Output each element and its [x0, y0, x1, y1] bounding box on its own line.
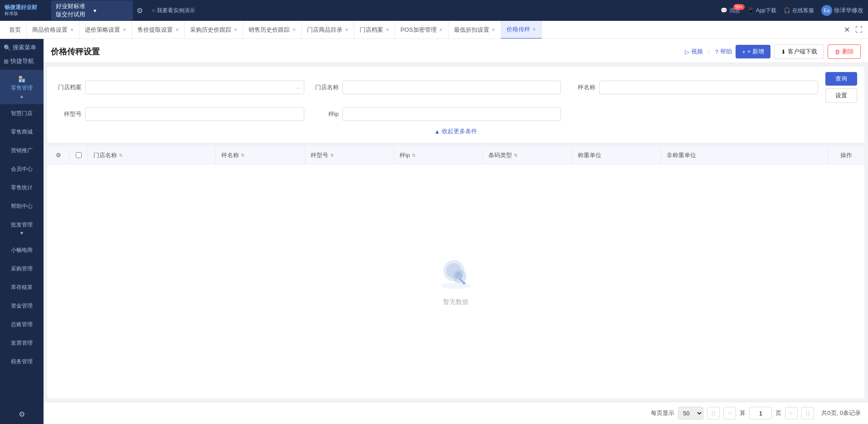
page-size-select[interactable]: 10 20 50 100 — [678, 407, 703, 419]
sidebar-item-retail-stats-label: 零售统计 — [11, 184, 33, 192]
scale-name-input[interactable] — [599, 81, 818, 94]
prev-page-button[interactable]: ＜ — [723, 407, 736, 419]
th-settings[interactable]: ⚙ — [47, 147, 70, 163]
tab-purchase-history-close[interactable]: × — [234, 27, 237, 33]
tab-sale-extract[interactable]: 售价提取设置 × — [132, 21, 185, 39]
tab-controls: ✕ ⛶ — [842, 24, 864, 36]
last-page-button[interactable]: ⟩⟩ — [801, 407, 814, 419]
tab-purchase-history[interactable]: 采购历史价跟踪 × — [185, 21, 243, 39]
add-button[interactable]: + + 新增 — [736, 45, 770, 58]
sidebar-item-inventory[interactable]: 库存核算 — [0, 278, 44, 297]
sidebar-search[interactable]: 🔍 搜索菜单 — [0, 39, 44, 54]
help-link[interactable]: ? 帮助 — [715, 48, 732, 56]
tab-home[interactable]: 首页 — [4, 21, 27, 39]
sidebar-item-xiaochang-label: 小畅电商 — [11, 246, 33, 254]
first-page-button[interactable]: ⟨⟨ — [707, 407, 720, 419]
sidebar-item-marketing[interactable]: 营销推广 — [0, 141, 44, 160]
tab-pos-manage-close[interactable]: × — [439, 27, 443, 33]
tab-close-all-button[interactable]: ✕ — [842, 24, 852, 36]
version-selector[interactable]: 好业财标准版交付试用 ▾ — [51, 0, 133, 20]
store-name-input[interactable] — [342, 81, 561, 94]
tab-sale-history[interactable]: 销售历史价跟踪 × — [243, 21, 302, 39]
tab-min-discount-close[interactable]: × — [492, 27, 495, 33]
download-button[interactable]: ⬇ 客户端下载 — [774, 44, 824, 59]
tab-sale-extract-close[interactable]: × — [176, 27, 179, 33]
tab-price-scale-close[interactable]: × — [533, 26, 536, 33]
setting-filter-button[interactable]: 设置 — [825, 88, 857, 103]
sidebar-item-retail-stats[interactable]: 零售统计 — [0, 178, 44, 197]
tab-purchase-strategy[interactable]: 进价策略设置 × — [79, 21, 132, 39]
online-service-button[interactable]: 🎧 在线客服 — [784, 7, 814, 14]
sidebar-item-purchase-manage[interactable]: 采购管理 — [0, 260, 44, 278]
sidebar-item-tax[interactable]: 税务管理 — [0, 352, 44, 371]
filter-area: 门店档案 ··· 门店名称 秤名称 — [47, 67, 864, 143]
current-page-input[interactable] — [749, 407, 772, 419]
th-scale-ip[interactable]: 秤ip ⇅ — [394, 147, 483, 164]
sidebar-item-fund-manage[interactable]: 资金管理 — [0, 297, 44, 315]
empty-state: 暂无数据 — [47, 164, 864, 398]
user-name: 徐泽华修改 — [834, 6, 863, 14]
tab-expand-button[interactable]: ⛶ — [853, 24, 864, 36]
store-name-label: 门店名称 — [312, 83, 339, 92]
next-page-button[interactable]: ＞ — [785, 407, 798, 419]
tab-pos-manage[interactable]: POS加密管理 × — [395, 21, 448, 39]
tab-sale-history-close[interactable]: × — [293, 27, 296, 33]
content-area: 价格传秤设置 ▷ 视频 | ? 帮助 + + 新增 — [44, 39, 868, 424]
sidebar-item-fund-manage-label: 资金管理 — [11, 302, 33, 310]
delete-icon: 🗑 — [834, 48, 840, 55]
svg-point-4 — [455, 272, 463, 279]
sidebar-item-retail-manage[interactable]: 🏪 零售管理 ▲ — [0, 70, 44, 104]
message-button[interactable]: 💬 消息 99+ — [721, 7, 740, 14]
gear-button[interactable]: ⚙ — [137, 6, 143, 15]
tab-store-file-close[interactable]: × — [386, 27, 389, 33]
query-button[interactable]: 查询 — [825, 72, 857, 86]
sidebar-item-general-ledger[interactable]: 总账管理 — [0, 315, 44, 334]
tab-price-scale[interactable]: 价格传秤 × — [501, 21, 542, 39]
th-store-name[interactable]: 门店名称 ⇅ — [88, 147, 216, 164]
sidebar-item-invoice-label: 发票管理 — [11, 339, 33, 347]
sidebar-quick-nav[interactable]: ⊞ 快捷导航 — [0, 54, 44, 70]
sidebar-item-invoice[interactable]: 发票管理 — [0, 334, 44, 352]
scale-model-input[interactable] — [85, 107, 304, 121]
collapse-button[interactable]: ▲ 收起更多条件 — [54, 125, 857, 137]
th-scale-model[interactable]: 秤型号 ⇅ — [305, 147, 394, 164]
demo-link-label: 我要看实例演示 — [157, 7, 195, 14]
tab-purchase-strategy-close[interactable]: × — [123, 27, 126, 33]
sidebar-gear-button[interactable]: ⚙ — [0, 405, 44, 424]
tab-price-setting-close[interactable]: × — [70, 27, 73, 33]
th-barcode-type[interactable]: 条码类型 ⇅ — [483, 147, 572, 164]
play-icon: ▷ — [685, 48, 689, 55]
ellipsis-icon[interactable]: ··· — [296, 84, 301, 91]
th-checkbox[interactable] — [70, 148, 88, 163]
store-file-input[interactable] — [85, 81, 304, 94]
headset-icon: 🎧 — [784, 7, 790, 14]
tab-store-catalog-close[interactable]: × — [345, 27, 348, 33]
th-weight-unit: 称重单位 — [572, 147, 661, 164]
app-download-button[interactable]: 📱 App下载 — [747, 7, 776, 14]
sidebar-item-retail-mall-label: 零售商城 — [11, 128, 33, 136]
header-actions: ▷ 视频 | ? 帮助 + + 新增 ⬇ 客户端下载 — [685, 44, 861, 59]
tab-price-setting[interactable]: 商品价格设置 × — [27, 21, 79, 39]
demo-link[interactable]: ○ 我要看实例演示 — [150, 7, 195, 14]
video-link[interactable]: ▷ 视频 — [685, 48, 703, 56]
delete-button[interactable]: 🗑 删除 — [828, 44, 861, 59]
logo-area: 畅捷通好业财 标准版 — [5, 4, 48, 17]
tab-min-discount[interactable]: 最低折扣设置 × — [449, 21, 501, 39]
sidebar-item-xiaochang[interactable]: 小畅电商 — [0, 241, 44, 260]
page-label-post: 页 — [775, 409, 781, 417]
table-settings-icon: ⚙ — [56, 152, 61, 159]
th-scale-name[interactable]: 秤名称 ⇅ — [216, 147, 305, 164]
th-non-weight-unit: 非称重单位 — [661, 147, 828, 164]
tab-store-catalog[interactable]: 门店商品目录 × — [302, 21, 354, 39]
tab-store-file[interactable]: 门店档案 × — [354, 21, 395, 39]
sidebar-item-help[interactable]: 帮助中心 — [0, 197, 44, 216]
sidebar-item-batch-manage[interactable]: 批发管理 ▼ — [0, 216, 44, 241]
sidebar-item-retail-mall[interactable]: 零售商城 — [0, 123, 44, 141]
dropdown-arrow-icon: ▾ — [93, 7, 128, 14]
scale-ip-input[interactable] — [342, 107, 561, 121]
select-all-checkbox[interactable] — [76, 152, 82, 158]
user-area[interactable]: Ea 徐泽华修改 — [821, 5, 863, 16]
sidebar-item-smart-store[interactable]: 智慧门店 — [0, 104, 44, 123]
sidebar-item-member[interactable]: 会员中心 — [0, 160, 44, 178]
page-size-label: 每页显示 — [651, 409, 674, 417]
